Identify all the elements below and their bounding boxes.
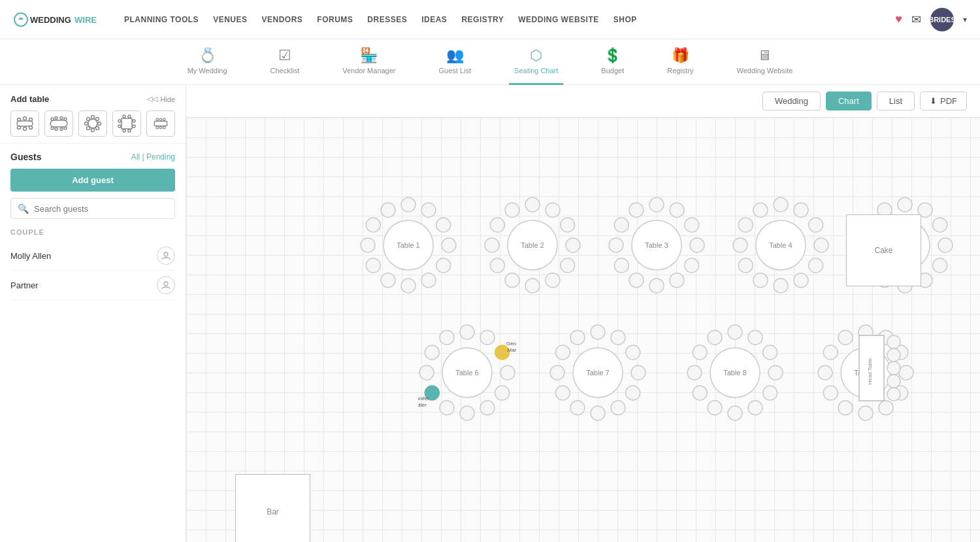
nav-my-wedding[interactable]: 💍 My Wedding: [182, 39, 233, 85]
special-table-cake[interactable]: Cake: [846, 214, 921, 286]
svg-point-45: [164, 282, 168, 286]
vendor-icon: 🏪: [360, 47, 378, 64]
guests-filter[interactable]: All | Pending: [131, 152, 175, 161]
special-table-bar[interactable]: Bar: [235, 474, 310, 542]
search-input[interactable]: [34, 204, 168, 214]
nav-forums[interactable]: FORUMS: [317, 15, 353, 24]
table-table3[interactable]: Table 3: [608, 196, 706, 294]
list-view-button[interactable]: List: [877, 92, 915, 110]
table-table2[interactable]: Table 2: [483, 196, 581, 294]
filter-pending[interactable]: Pending: [146, 152, 175, 161]
svg-point-56: [366, 258, 380, 273]
website-label: Wedding Website: [737, 67, 793, 75]
head-table[interactable]: Head Table: [856, 332, 908, 406]
nav-vendors[interactable]: VENDORS: [261, 15, 302, 24]
svg-point-52: [436, 258, 451, 273]
svg-point-157: [708, 401, 722, 415]
svg-point-53: [421, 273, 436, 288]
main-layout: Add table ◁◁ Hide: [0, 85, 980, 542]
svg-point-43: [163, 126, 166, 129]
svg-point-62: [525, 197, 540, 212]
svg-point-24: [87, 118, 90, 121]
svg-point-35: [133, 120, 135, 122]
nav-venues[interactable]: VENUES: [213, 15, 247, 24]
guests-title: Guests: [10, 152, 41, 162]
svg-point-151: [748, 330, 762, 345]
round-table-small-btn[interactable]: [10, 110, 39, 137]
svg-point-20: [91, 116, 95, 119]
svg-point-106: [933, 218, 947, 232]
couple-category-label: COUPLE: [10, 228, 175, 236]
nav-wedding-website[interactable]: WEDDING WEBSITE: [518, 15, 599, 24]
add-guest-button[interactable]: Add guest: [10, 169, 175, 192]
nav-ideas[interactable]: IDEAS: [421, 15, 447, 24]
vendor-label: Vendor Manager: [342, 67, 395, 75]
round-table-large-btn[interactable]: [44, 110, 73, 137]
svg-point-94: [809, 258, 823, 273]
svg-point-13: [60, 117, 63, 120]
svg-rect-10: [50, 120, 67, 127]
svg-point-139: [631, 365, 645, 380]
svg-point-73: [505, 203, 519, 217]
nav-wedding-website[interactable]: 🖥 Wedding Website: [732, 39, 798, 85]
guest-avatar-molly[interactable]: [157, 246, 175, 265]
nav-registry[interactable]: 🎁 Registry: [662, 39, 698, 85]
filter-all[interactable]: All: [131, 152, 140, 161]
nav-shop[interactable]: SHOP: [613, 15, 637, 24]
nav-dresses[interactable]: DRESSES: [367, 15, 407, 24]
nav-vendor-manager[interactable]: 🏪 Vendor Manager: [337, 39, 400, 85]
svg-point-144: [555, 386, 570, 400]
svg-point-96: [774, 279, 788, 293]
table-table4[interactable]: Table 4: [732, 196, 830, 294]
svg-point-78: [685, 218, 699, 232]
square-table-btn[interactable]: [112, 110, 141, 137]
table-table7[interactable]: Table 7: [549, 324, 647, 422]
guest-list-icon: 👥: [446, 47, 464, 64]
nav-guest-list[interactable]: 👥 Guest List: [434, 39, 477, 85]
circular-table-btn[interactable]: [78, 110, 107, 137]
table-table6[interactable]: Table 6GerardMarsyJenniferButler: [418, 324, 516, 422]
chevron-down-icon[interactable]: ▾: [963, 15, 967, 24]
svg-point-58: [366, 218, 380, 232]
nav-planning-tools[interactable]: PLANNING TOOLS: [124, 15, 199, 24]
svg-point-124: [495, 386, 510, 400]
budget-label: Budget: [601, 67, 624, 75]
wedding-view-button[interactable]: Wedding: [762, 92, 821, 110]
svg-point-21: [91, 129, 95, 132]
logo[interactable]: WEDDING WIRE: [13, 10, 98, 29]
svg-point-81: [670, 273, 684, 288]
svg-point-97: [753, 273, 768, 288]
search-icon: 🔍: [18, 203, 29, 214]
svg-point-173: [818, 365, 832, 380]
guest-avatar-partner[interactable]: [157, 276, 175, 294]
svg-point-132: [425, 345, 439, 360]
table-table1[interactable]: Table 1: [359, 196, 457, 294]
hide-button[interactable]: ◁◁ Hide: [147, 95, 175, 103]
svg-point-51: [442, 238, 456, 252]
nav-checklist[interactable]: ☑ Checklist: [265, 39, 305, 85]
svg-point-125: [480, 401, 495, 415]
nav-seating-chart[interactable]: ⬡ Seating Chart: [509, 39, 563, 85]
rectangle-table-btn[interactable]: [146, 110, 175, 137]
svg-point-40: [163, 118, 166, 121]
avatar[interactable]: BRIDES: [930, 8, 954, 31]
checklist-icon: ☑: [278, 47, 291, 64]
svg-point-161: [708, 330, 722, 345]
svg-point-63: [546, 203, 560, 217]
messages-icon[interactable]: ✉: [911, 12, 921, 27]
seating-canvas[interactable]: Table 1Table 2Table 3Table 4Table 5Table…: [186, 118, 980, 542]
svg-point-93: [814, 238, 828, 252]
svg-point-12: [55, 117, 57, 120]
svg-point-104: [898, 197, 912, 212]
table-table8[interactable]: Table 8: [686, 324, 784, 422]
favorites-icon[interactable]: ♥: [895, 12, 902, 26]
table-type-icons: [10, 110, 175, 137]
svg-point-15: [51, 127, 54, 129]
svg-point-181: [887, 375, 900, 388]
nav-registry[interactable]: REGISTRY: [461, 15, 504, 24]
svg-point-140: [626, 386, 640, 400]
chart-view-button[interactable]: Chart: [826, 92, 872, 110]
pdf-export-button[interactable]: ⬇ PDF: [920, 92, 967, 110]
nav-budget[interactable]: 💲 Budget: [596, 39, 629, 85]
svg-point-5: [24, 117, 27, 120]
